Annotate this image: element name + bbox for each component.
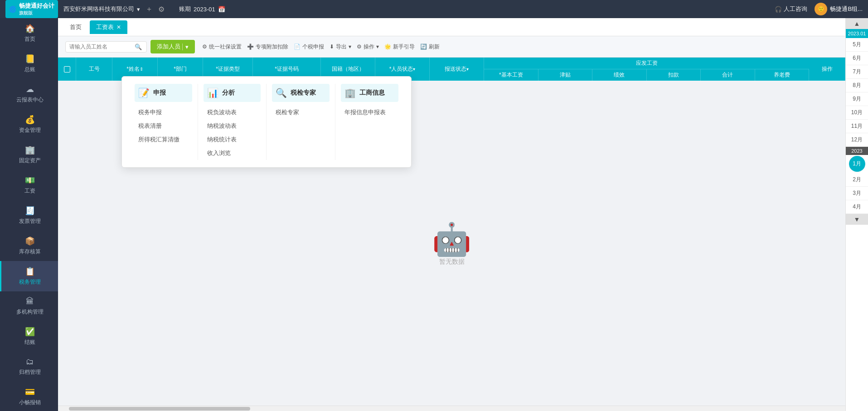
sidebar-item-home[interactable]: 🏠 首页 bbox=[0, 18, 58, 48]
sidebar-item-salary[interactable]: 💵 工资 bbox=[0, 170, 58, 200]
search-wrap[interactable]: 🔍 bbox=[65, 41, 147, 53]
tab-home[interactable]: 首页 bbox=[63, 20, 88, 34]
business-icon: 🏢 bbox=[344, 87, 356, 98]
sidebar-item-settlement[interactable]: ✅ 结账 bbox=[0, 321, 58, 352]
right-panel-month-10[interactable]: 10月 bbox=[846, 106, 868, 120]
right-panel-up-btn[interactable]: ▲ bbox=[846, 18, 868, 29]
calendar-icon[interactable]: 📅 bbox=[218, 6, 225, 13]
sidebar: 🏠 首页 📒 总账 ☁ 云报表中心 💰 资金管理 🏢 固定资产 💵 工资 🧾 发… bbox=[0, 18, 58, 411]
service-button[interactable]: 🎧 人工咨询 bbox=[775, 5, 807, 13]
sidebar-item-archive[interactable]: 🗂 归档管理 bbox=[0, 352, 58, 382]
right-panel-month-1[interactable]: 1月 bbox=[849, 156, 865, 172]
right-panel-month-9[interactable]: 9月 bbox=[846, 92, 868, 106]
personal-tax-icon: 📄 bbox=[294, 44, 301, 50]
toolbar: 🔍 添加人员 ▾ ⚙ 统一社保设置 ➕ 专项附加扣除 📄 个税申报 bbox=[58, 36, 845, 58]
right-panel-year-2023: 2023 bbox=[846, 147, 868, 155]
social-insurance-label: 统一社保设置 bbox=[209, 43, 242, 51]
user-name: 畅捷通B组... bbox=[830, 5, 863, 13]
filter-status-icon[interactable]: ▾ bbox=[413, 67, 415, 72]
menu-tax-check[interactable]: 税检专家 bbox=[272, 106, 330, 119]
menu-tax-payment[interactable]: 纳税波动表 bbox=[204, 119, 261, 133]
service-label: 人工咨询 bbox=[784, 5, 807, 13]
right-panel-month-8[interactable]: 8月 bbox=[846, 79, 868, 92]
menu-tax-declare[interactable]: 税务申报 bbox=[135, 106, 192, 119]
sidebar-item-multi[interactable]: 🏛 多机构管理 bbox=[0, 291, 58, 321]
add-company-icon[interactable]: ＋ bbox=[145, 5, 153, 14]
sidebar-item-xiaochang[interactable]: 💳 小畅报销 bbox=[0, 382, 58, 411]
sidebar-item-tax[interactable]: 📋 税务管理 bbox=[0, 261, 58, 291]
th-pension: 养老费 bbox=[755, 69, 810, 81]
menu-tax-table[interactable]: 税表清册 bbox=[135, 119, 192, 133]
company-selector[interactable]: 西安虾米网络科技有限公司 ▾ bbox=[63, 5, 140, 13]
sidebar-item-fund[interactable]: 💰 资金管理 bbox=[0, 109, 58, 140]
social-insurance-icon: ⚙ bbox=[202, 44, 207, 50]
tab-close-icon[interactable]: ✕ bbox=[116, 24, 121, 30]
top-bar-right: 🎧 人工咨询 🙂 畅捷通B组... bbox=[775, 3, 863, 15]
menu-tax-stats[interactable]: 纳税统计表 bbox=[204, 133, 261, 146]
add-dropdown-arrow[interactable]: ▾ bbox=[182, 44, 189, 50]
chevron-down-icon[interactable]: ▾ bbox=[137, 6, 140, 13]
sidebar-item-assets[interactable]: 🏢 固定资产 bbox=[0, 140, 58, 170]
tab-salary-table[interactable]: 工资表 ✕ bbox=[90, 20, 127, 34]
sidebar-item-cloud[interactable]: ☁ 云报表中心 bbox=[0, 79, 58, 109]
sidebar-item-inventory[interactable]: 📦 库存核算 bbox=[0, 231, 58, 261]
th-id: 工号 bbox=[76, 58, 112, 81]
sidebar-item-invoice[interactable]: 🧾 发票管理 bbox=[0, 200, 58, 231]
ledger-icon: 📒 bbox=[25, 54, 35, 64]
sidebar-item-label: 税务管理 bbox=[19, 278, 41, 286]
select-all-checkbox[interactable] bbox=[64, 66, 70, 73]
right-panel-down-btn[interactable]: ▼ bbox=[846, 214, 868, 225]
menu-income-browse[interactable]: 收入浏览 bbox=[204, 146, 261, 160]
special-deduct-button[interactable]: ➕ 专项附加扣除 bbox=[247, 43, 288, 51]
refresh-button[interactable]: 🔄 刷新 bbox=[420, 43, 440, 51]
archive-icon: 🗂 bbox=[26, 357, 34, 367]
new-guide-button[interactable]: 🌟 新手引导 bbox=[384, 43, 415, 51]
invoice-icon: 🧾 bbox=[25, 206, 35, 216]
scrollbar-thumb[interactable] bbox=[69, 407, 250, 411]
refresh-icon: 🔄 bbox=[420, 44, 427, 50]
right-panel-month-3[interactable]: 3月 bbox=[846, 187, 868, 200]
sidebar-item-label: 库存核算 bbox=[19, 248, 41, 256]
right-panel-month-7[interactable]: 7月 bbox=[846, 65, 868, 79]
right-panel-month-6[interactable]: 6月 bbox=[846, 52, 868, 65]
right-panel-month-4[interactable]: 4月 bbox=[846, 200, 868, 214]
menu-tax-burden[interactable]: 税负波动表 bbox=[204, 106, 261, 119]
business-label: 工商信息 bbox=[359, 89, 385, 97]
right-panel-month-12[interactable]: 12月 bbox=[846, 133, 868, 147]
add-person-button[interactable]: 添加人员 ▾ bbox=[150, 40, 195, 53]
sidebar-item-label: 归档管理 bbox=[19, 368, 41, 376]
th-base-salary: *基本工资 bbox=[484, 69, 538, 81]
user-menu[interactable]: 🙂 畅捷通B组... bbox=[815, 3, 863, 15]
home-tab-label: 首页 bbox=[70, 23, 82, 31]
special-deduct-icon: ➕ bbox=[247, 44, 254, 50]
analysis-label: 分析 bbox=[222, 89, 235, 97]
content-area: 首页 工资表 ✕ 🔍 添加人员 ▾ ⚙ 统一社保设置 bbox=[58, 18, 845, 411]
operate-button[interactable]: ⚙ 操作 ▾ bbox=[357, 43, 379, 51]
menu-income-calc[interactable]: 所得税汇算清缴 bbox=[135, 133, 192, 146]
declare-icon: 📝 bbox=[138, 87, 150, 98]
right-panel-month-5[interactable]: 5月 bbox=[846, 38, 868, 52]
right-panel-month-11[interactable]: 11月 bbox=[846, 120, 868, 133]
settings-icon[interactable]: ⚙ bbox=[158, 5, 165, 14]
dropdown-col-tax-expert: 🔍 税检专家 税检专家 bbox=[267, 84, 335, 160]
th-deduction: 扣款 bbox=[647, 69, 701, 81]
th-report-status[interactable]: 报送状态 ▾ bbox=[430, 58, 484, 81]
search-icon[interactable]: 🔍 bbox=[135, 44, 142, 50]
sidebar-item-label: 云报表中心 bbox=[16, 96, 44, 104]
th-checkbox[interactable] bbox=[58, 58, 76, 81]
social-insurance-button[interactable]: ⚙ 统一社保设置 bbox=[202, 43, 242, 51]
horizontal-scrollbar[interactable] bbox=[58, 406, 845, 411]
top-bar: 🌀 畅捷通好会计 旗舰版 西安虾米网络科技有限公司 ▾ ＋ ⚙ 账期 2023-… bbox=[0, 0, 868, 18]
sidebar-item-ledger[interactable]: 📒 总账 bbox=[0, 48, 58, 79]
menu-annual-report[interactable]: 年报信息申报表 bbox=[341, 106, 399, 119]
right-panel-month-2[interactable]: 2月 bbox=[846, 173, 868, 187]
sort-name-icon[interactable]: ⇕ bbox=[140, 67, 143, 72]
dropdown-col-analysis: 📊 分析 税负波动表 纳税波动表 纳税统计表 收入浏览 bbox=[198, 84, 267, 160]
export-button[interactable]: ⬇ 导出 ▾ bbox=[330, 43, 351, 51]
logo-icon: 🌀 bbox=[9, 6, 16, 13]
search-input[interactable] bbox=[69, 44, 133, 50]
declare-label: 申报 bbox=[153, 89, 166, 97]
personal-tax-button[interactable]: 📄 个税申报 bbox=[294, 43, 324, 51]
filter-report-icon[interactable]: ▾ bbox=[466, 67, 469, 72]
th-total: 合计 bbox=[701, 69, 755, 81]
